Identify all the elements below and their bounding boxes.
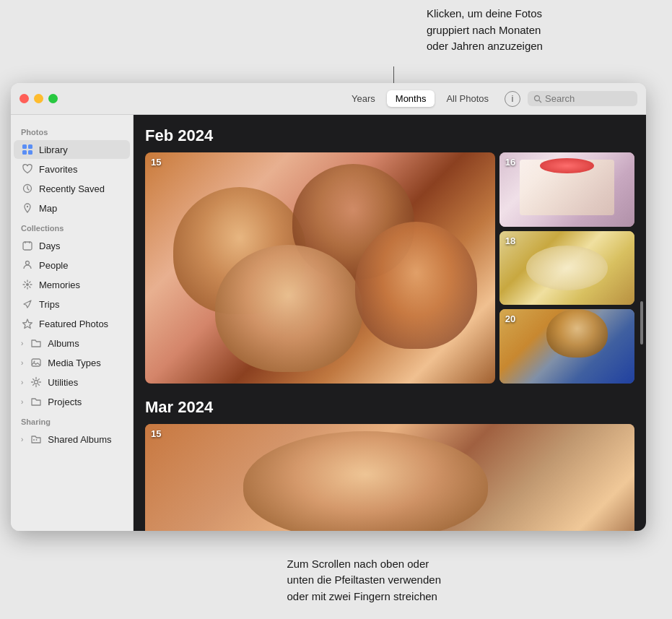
- sidebar-item-label: Recently Saved: [39, 183, 105, 194]
- tab-all-photos[interactable]: All Photos: [437, 90, 497, 107]
- calendar-icon: [21, 239, 34, 252]
- main-layout: Photos Library Favorites Recently Saved: [11, 115, 646, 531]
- svg-point-11: [26, 261, 30, 265]
- sidebar-item-label: Shared Albums: [48, 434, 111, 445]
- svg-rect-2: [22, 144, 27, 149]
- svg-marker-13: [23, 319, 32, 329]
- photo-grid-mar: 15: [145, 424, 634, 531]
- svg-point-15: [34, 361, 35, 363]
- svg-line-1: [539, 100, 541, 103]
- search-input[interactable]: [545, 93, 632, 104]
- chevron-right-icon: ›: [21, 378, 23, 386]
- minimize-button[interactable]: [34, 94, 43, 103]
- sidebar-item-trips[interactable]: Trips: [14, 295, 130, 313]
- svg-rect-4: [22, 150, 27, 155]
- svg-rect-8: [23, 242, 32, 250]
- map-icon: [21, 202, 34, 215]
- star-icon: [21, 317, 34, 330]
- sidebar-item-label: Memories: [39, 280, 80, 290]
- sidebar-section-sharing: Sharing: [11, 412, 133, 429]
- photo-side-feb: 16 18 20: [499, 152, 634, 384]
- sidebar-item-label: Trips: [39, 299, 59, 310]
- sidebar-item-label: Utilities: [48, 377, 78, 388]
- photo-num-18: 18: [505, 235, 515, 246]
- svg-point-17: [33, 439, 35, 441]
- month-label-feb: Feb 2024: [145, 126, 634, 145]
- svg-point-0: [535, 95, 540, 100]
- svg-rect-14: [32, 359, 40, 366]
- svg-rect-5: [28, 150, 32, 155]
- photo-num-16: 16: [505, 157, 515, 168]
- sidebar-item-label: Library: [39, 144, 68, 155]
- sidebar-section-collections: Collections: [11, 218, 133, 235]
- photo-num-15: 15: [151, 157, 161, 168]
- svg-point-18: [36, 439, 38, 441]
- sidebar-item-favorites[interactable]: Favorites: [14, 160, 130, 178]
- traffic-lights: [19, 94, 58, 103]
- annotation-bottom: Zum Scrollen nach oben oder unten die Pf…: [287, 556, 533, 605]
- sidebar-item-recently-saved[interactable]: Recently Saved: [14, 179, 130, 198]
- sidebar-item-media-types[interactable]: › Media Types: [14, 353, 130, 372]
- month-label-mar: Mar 2024: [145, 398, 634, 417]
- close-button[interactable]: [19, 94, 29, 103]
- chevron-right-icon: ›: [21, 436, 23, 443]
- svg-point-16: [35, 381, 38, 384]
- tab-months[interactable]: Months: [387, 90, 435, 107]
- gear-icon: [30, 376, 43, 389]
- fullscreen-button[interactable]: [48, 94, 58, 103]
- sidebar-item-shared-albums[interactable]: › Shared Albums: [14, 430, 130, 449]
- photo-content[interactable]: Feb 2024 15: [134, 115, 646, 531]
- sparkle-icon: [21, 278, 34, 291]
- annotation-top: Klicken, um deine Fotos gruppiert nach M…: [427, 0, 658, 55]
- sidebar-item-library[interactable]: Library: [14, 140, 130, 159]
- main-window: Years Months All Photos i Photos L: [11, 83, 646, 531]
- grid-icon: [21, 143, 34, 156]
- photo-num-mar-15: 15: [151, 428, 161, 439]
- scroll-indicator: [640, 301, 643, 345]
- sidebar-item-label: People: [39, 260, 68, 271]
- svg-point-12: [26, 283, 29, 286]
- tab-years[interactable]: Years: [343, 90, 384, 107]
- clock-icon: [21, 182, 34, 195]
- sidebar-section-photos: Photos: [11, 122, 133, 139]
- sidebar-item-memories[interactable]: Memories: [14, 275, 130, 294]
- sidebar-item-label: Projects: [48, 397, 82, 407]
- sidebar-item-featured-photos[interactable]: Featured Photos: [14, 314, 130, 333]
- search-box: [528, 91, 637, 106]
- photo-main-mar[interactable]: 15: [145, 424, 634, 531]
- sidebar-item-people[interactable]: People: [14, 256, 130, 274]
- chevron-right-icon: ›: [21, 398, 23, 406]
- search-icon: [533, 95, 542, 103]
- chevron-right-icon: ›: [21, 359, 23, 367]
- sidebar-item-label: Days: [39, 241, 61, 251]
- sidebar-item-label: Featured Photos: [39, 319, 108, 329]
- sidebar-item-utilities[interactable]: › Utilities: [14, 373, 130, 391]
- sidebar-item-projects[interactable]: › Projects: [14, 392, 130, 411]
- folder2-icon: [30, 395, 43, 408]
- share-icon: [30, 433, 43, 446]
- photo-main-feb[interactable]: 15: [145, 152, 495, 384]
- photo-thumb-portrait[interactable]: 20: [499, 309, 634, 384]
- sidebar: Photos Library Favorites Recently Saved: [11, 115, 134, 531]
- sidebar-item-label: Map: [39, 203, 57, 214]
- folder-icon: [30, 337, 43, 350]
- sidebar-item-days[interactable]: Days: [14, 236, 130, 255]
- heart-icon: [21, 163, 34, 176]
- photo-icon: [30, 356, 43, 369]
- photo-thumb-cake[interactable]: 16: [499, 152, 634, 227]
- month-section-feb: Feb 2024 15: [145, 126, 634, 384]
- titlebar-controls: Years Months All Photos i: [343, 90, 637, 107]
- info-button[interactable]: i: [505, 91, 520, 107]
- photo-num-20: 20: [505, 313, 515, 324]
- sidebar-item-map[interactable]: Map: [14, 199, 130, 217]
- sidebar-item-label: Media Types: [48, 358, 100, 368]
- titlebar: Years Months All Photos i: [11, 83, 646, 115]
- sidebar-item-label: Favorites: [39, 164, 77, 175]
- sidebar-item-albums[interactable]: › Albums: [14, 334, 130, 352]
- svg-rect-3: [28, 144, 32, 149]
- svg-point-7: [27, 206, 28, 207]
- airplane-icon: [21, 298, 34, 311]
- sidebar-item-label: Albums: [48, 338, 79, 349]
- photo-thumb-food[interactable]: 18: [499, 231, 634, 306]
- month-section-mar: Mar 2024 15: [145, 398, 634, 531]
